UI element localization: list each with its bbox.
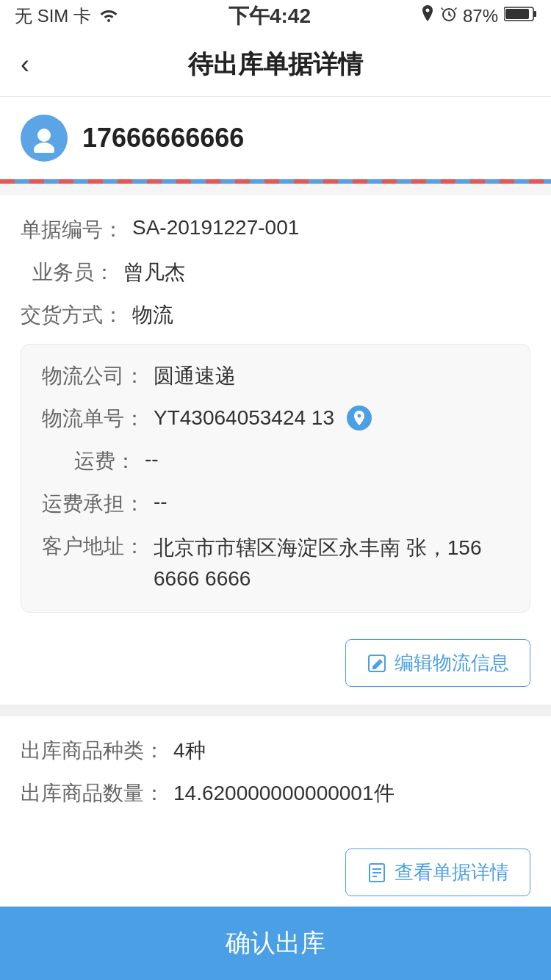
- edit-icon: [367, 653, 387, 674]
- back-button[interactable]: ‹: [21, 49, 29, 80]
- battery-icon: [504, 6, 536, 26]
- svg-point-5: [34, 143, 54, 153]
- location-status-icon: [420, 5, 435, 27]
- svg-rect-3: [505, 9, 529, 19]
- address-row: 客户地址： 北京市市辖区海淀区永丰南 张，156 6666 6666: [42, 533, 509, 594]
- sales-person-row: 业务员： 曾凡杰: [21, 259, 530, 287]
- freight-bearer-row: 运费承担： --: [42, 490, 509, 518]
- product-section: 出库商品种类： 4种 出库商品数量： 14.620000000000001件: [0, 716, 551, 837]
- svg-point-4: [37, 129, 51, 142]
- logistics-card: 物流公司： 圆通速递 物流单号： YT43064053424 13 运费： --…: [21, 344, 530, 613]
- product-types-row: 出库商品种类： 4种: [21, 737, 530, 765]
- freight-label: 运费：: [42, 447, 145, 475]
- sales-person-value: 曾凡杰: [123, 259, 530, 287]
- product-types-value: 4种: [173, 737, 530, 765]
- address-value: 北京市市辖区海淀区永丰南 张，156 6666 6666: [154, 533, 509, 594]
- freight-value: --: [145, 447, 509, 471]
- confirm-button[interactable]: 确认出库: [0, 907, 551, 980]
- alarm-icon: [441, 6, 457, 26]
- order-number-value: SA-20191227-001: [132, 216, 530, 239]
- order-number-row: 单据编号： SA-20191227-001: [21, 216, 530, 244]
- customer-phone: 17666666666: [82, 123, 244, 154]
- svg-rect-2: [533, 11, 536, 17]
- delivery-method-value: 物流: [132, 301, 530, 329]
- sales-person-label: 业务员：: [21, 259, 123, 287]
- product-quantity-label: 出库商品数量：: [21, 779, 173, 807]
- dashed-divider: [0, 179, 551, 184]
- detail-icon: [367, 862, 387, 883]
- order-number-label: 单据编号：: [21, 216, 132, 244]
- customer-header: 17666666666: [0, 97, 551, 179]
- nav-bar: ‹ 待出库单据详情: [0, 32, 551, 97]
- delivery-method-label: 交货方式：: [21, 301, 132, 329]
- page-title: 待出库单据详情: [188, 48, 363, 82]
- product-types-label: 出库商品种类：: [21, 737, 173, 765]
- status-bar: 无 SIM 卡 下午4:42 87%: [0, 0, 551, 32]
- freight-row: 运费： --: [42, 447, 509, 475]
- status-right: 87%: [420, 5, 536, 27]
- order-info-section: 单据编号： SA-20191227-001 业务员： 曾凡杰 交货方式： 物流 …: [0, 195, 551, 627]
- carrier-text: 无 SIM 卡: [15, 4, 91, 28]
- tracking-label: 物流单号：: [42, 405, 154, 433]
- edit-logistics-button[interactable]: 编辑物流信息: [345, 639, 530, 687]
- logistics-company-label: 物流公司：: [42, 362, 154, 390]
- freight-bearer-value: --: [154, 490, 509, 514]
- section-separator: [0, 705, 551, 716]
- product-quantity-row: 出库商品数量： 14.620000000000001件: [21, 779, 530, 807]
- freight-bearer-label: 运费承担：: [42, 490, 154, 518]
- tracking-value: YT43064053424 13: [154, 405, 509, 431]
- product-quantity-value: 14.620000000000001件: [173, 779, 530, 807]
- address-label: 客户地址：: [42, 533, 154, 561]
- status-time: 下午4:42: [228, 2, 311, 30]
- battery-text: 87%: [463, 6, 498, 26]
- status-left: 无 SIM 卡: [15, 4, 119, 28]
- wifi-icon: [98, 6, 119, 26]
- edit-btn-container: 编辑物流信息: [0, 627, 551, 705]
- tracking-row: 物流单号： YT43064053424 13: [42, 405, 509, 433]
- tracking-location-icon[interactable]: [346, 405, 372, 431]
- view-detail-button[interactable]: 查看单据详情: [345, 849, 530, 896]
- avatar: [21, 115, 68, 162]
- delivery-method-row: 交货方式： 物流: [21, 301, 530, 329]
- logistics-company-row: 物流公司： 圆通速递: [42, 362, 509, 390]
- confirm-button-label: 确认出库: [226, 926, 325, 960]
- logistics-company-value: 圆通速递: [154, 362, 509, 390]
